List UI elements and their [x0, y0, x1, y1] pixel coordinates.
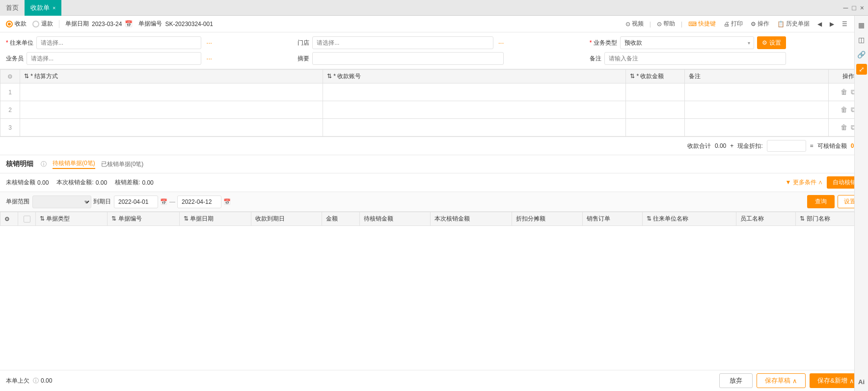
- row-3-index: 3: [0, 119, 20, 137]
- partner-more-icon[interactable]: ···: [206, 39, 212, 47]
- equals-sign: =: [810, 142, 814, 149]
- date-value: 2023-03-24: [92, 21, 122, 28]
- partner-input[interactable]: [36, 36, 201, 49]
- row-2-settle[interactable]: [20, 101, 323, 119]
- bth-checkbox: [18, 212, 36, 226]
- tab-close-icon[interactable]: ×: [53, 5, 55, 11]
- select-all-checkbox[interactable]: [24, 216, 30, 223]
- sales-input[interactable]: [27, 52, 201, 65]
- shop-label: 门店: [298, 39, 309, 47]
- close-icon[interactable]: ×: [860, 4, 864, 12]
- video-btn[interactable]: ⊙ 视频: [624, 19, 646, 29]
- radio-receive-label: 收款: [15, 20, 27, 28]
- row-2-amount[interactable]: [626, 101, 685, 119]
- range-select[interactable]: [32, 196, 91, 208]
- help-btn[interactable]: ⊙ 帮助: [655, 19, 677, 29]
- sidebar-icon-2[interactable]: ◫: [856, 34, 867, 45]
- nav-right-btn[interactable]: ▶: [828, 20, 836, 28]
- prev-label: 本单上欠: [6, 377, 29, 385]
- date-label: 单据日期: [65, 20, 89, 28]
- shop-input[interactable]: [312, 36, 493, 49]
- print-label: 打印: [731, 20, 743, 28]
- table-section: ⚙ ⇅ * 结算方式 ⇅ * 收款账号 ⇅ * 收款金额: [0, 69, 868, 137]
- sidebar-icon-3[interactable]: 🔗: [856, 49, 867, 60]
- help-icon: ⊙: [657, 21, 662, 28]
- tab-done[interactable]: 已核销单据(0笔): [101, 160, 144, 168]
- row-2-delete-icon[interactable]: 🗑: [841, 106, 847, 113]
- sales-more-icon[interactable]: ···: [206, 55, 212, 62]
- minimize-icon[interactable]: ─: [843, 4, 848, 12]
- current-label: 本次核销金额:: [56, 178, 93, 187]
- bth-due-date: 收款到期日: [251, 212, 322, 226]
- biztype-select[interactable]: 预收款: [620, 36, 755, 49]
- radio-refund[interactable]: 退款: [32, 20, 53, 28]
- remark-label: 备注: [590, 55, 601, 63]
- unchecked-value: 0.00: [37, 179, 49, 186]
- window-controls: ─ □ ×: [843, 4, 868, 12]
- type-radio-group: 收款 退款: [6, 20, 53, 28]
- bth-current: 本次核销金额: [430, 212, 512, 226]
- th-settle: ⇅ * 结算方式: [20, 70, 323, 84]
- remark-input[interactable]: [604, 52, 786, 65]
- sidebar-icon-4[interactable]: ⤢: [856, 64, 867, 75]
- table-row: 1 🗑 ⧉: [0, 84, 868, 101]
- row-2-remark[interactable]: [685, 101, 829, 119]
- more-filter-btn[interactable]: ▼ 更多条件 ∧: [785, 178, 823, 187]
- row-3-amount[interactable]: [626, 119, 685, 137]
- summary-input[interactable]: [312, 52, 504, 65]
- ops-btn[interactable]: ⚙ 操作: [749, 19, 771, 29]
- row-2-account[interactable]: [323, 101, 626, 119]
- history-btn[interactable]: 📋 历史单据: [775, 19, 812, 29]
- row-1-settle[interactable]: [20, 84, 323, 101]
- verify-section: 核销明细 ⓘ 待核销单据(0笔) 已核销单据(0笔) 未核销金额 0.00 本次…: [0, 155, 868, 370]
- list-icon[interactable]: ☰: [840, 20, 849, 28]
- row-3-account[interactable]: [323, 119, 626, 137]
- row-1-remark[interactable]: [685, 84, 829, 101]
- bth-gear[interactable]: ⚙: [0, 212, 18, 226]
- discount-input[interactable]: [767, 140, 806, 152]
- maximize-icon[interactable]: □: [852, 4, 856, 12]
- tab-home-label: 首页: [6, 3, 19, 12]
- row-1-account[interactable]: [323, 84, 626, 101]
- shop-field: 门店 ···: [298, 36, 504, 49]
- footer-actions: 放弃 保存草稿 ∧ 保存&新增 ∧: [719, 373, 862, 388]
- tab-home[interactable]: 首页: [0, 0, 25, 16]
- shop-more-icon[interactable]: ···: [498, 39, 504, 47]
- cal-icon[interactable]: 📅: [125, 20, 133, 28]
- settings-button[interactable]: ⚙ 设置: [757, 36, 786, 49]
- row-3-settle[interactable]: [20, 119, 323, 137]
- sidebar-icon-1[interactable]: ▦: [856, 20, 867, 30]
- row-1-index: 1: [0, 84, 20, 101]
- bth-pending: 待核销金额: [359, 212, 430, 226]
- partner-field: 往来单位 ···: [6, 36, 212, 49]
- cal-start-icon[interactable]: 📅: [160, 198, 167, 205]
- row-1-delete-icon[interactable]: 🗑: [841, 88, 847, 96]
- ai-label[interactable]: Ai: [856, 376, 867, 387]
- prev-info-icon[interactable]: ⓘ: [33, 377, 39, 385]
- current-value: 0.00: [96, 179, 107, 186]
- cal-end-icon[interactable]: 📅: [223, 198, 231, 205]
- bth-doc-date: ⇅ 单据日期: [179, 212, 251, 226]
- sort-icon-3: ⇅: [630, 73, 635, 80]
- date-start-input[interactable]: [114, 196, 158, 208]
- shortcut-btn[interactable]: ⌨ 快捷键: [686, 19, 718, 29]
- receipt-table: ⚙ ⇅ * 结算方式 ⇅ * 收款账号 ⇅ * 收款金额: [0, 69, 868, 137]
- th-gear[interactable]: ⚙: [0, 70, 20, 84]
- nav-left-btn[interactable]: ◀: [815, 20, 824, 28]
- right-sidebar: ▦ ◫ 🔗 ⤢ Ai: [854, 16, 868, 391]
- save-draft-button[interactable]: 保存草稿 ∧: [757, 373, 806, 388]
- discard-button[interactable]: 放弃: [719, 373, 753, 388]
- row-3-remark[interactable]: [685, 119, 829, 137]
- date-end-input[interactable]: [177, 196, 221, 208]
- print-btn[interactable]: 🖨 打印: [722, 19, 745, 29]
- bth-doc-type: ⇅ 单据类型: [36, 212, 108, 226]
- unchecked-stat: 未核销金额 0.00: [6, 176, 49, 189]
- tab-current[interactable]: 收款单 ×: [25, 0, 61, 16]
- tab-pending[interactable]: 待核销单据(0笔): [53, 159, 95, 169]
- shortcut-icon: ⌨: [688, 21, 697, 28]
- query-button[interactable]: 查询: [807, 195, 835, 208]
- row-3-delete-icon[interactable]: 🗑: [841, 123, 847, 131]
- row-1-amount[interactable]: [626, 84, 685, 101]
- verify-info-icon[interactable]: ⓘ: [41, 160, 47, 168]
- radio-receive[interactable]: 收款: [6, 20, 27, 28]
